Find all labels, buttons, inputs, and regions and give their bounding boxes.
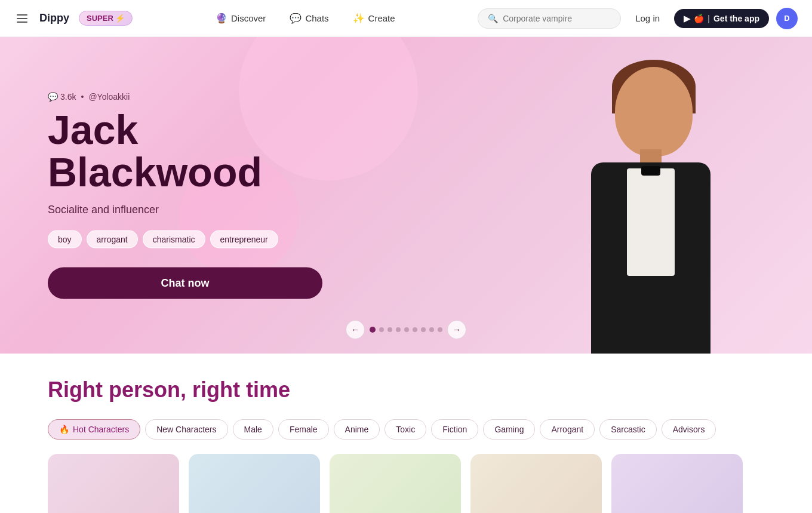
- carousel-dot-6[interactable]: [421, 327, 426, 332]
- hero-author: @Yoloakkii: [88, 92, 130, 102]
- hero-tag-2[interactable]: charismatic: [143, 230, 205, 248]
- char-card-2[interactable]: [330, 454, 461, 513]
- get-app-label: Get the app: [713, 14, 759, 23]
- carousel-dot-7[interactable]: [429, 327, 434, 332]
- filter-sarcastic-label: Sarcastic: [611, 425, 645, 434]
- login-button[interactable]: Log in: [628, 8, 667, 28]
- filter-female-label: Female: [290, 425, 318, 434]
- play-icon: ▶: [684, 14, 690, 23]
- person-shirt: [627, 168, 675, 276]
- filter-gaming-label: Gaming: [494, 425, 524, 434]
- carousel-dot-0[interactable]: [370, 327, 376, 333]
- carousel-dot-4[interactable]: [404, 327, 409, 332]
- carousel-dots: [370, 327, 442, 333]
- nav-discover[interactable]: 🔮 Discover: [206, 8, 275, 29]
- menu-button[interactable]: [14, 12, 30, 25]
- filter-hot-label: Hot Characters: [73, 425, 129, 434]
- filter-tab-arrogant[interactable]: Arrogant: [540, 419, 595, 440]
- hero-chat-count: 💬 3.6k: [48, 92, 76, 102]
- filter-male-label: Male: [244, 425, 262, 434]
- hero-name-line2: Blackwood: [48, 149, 262, 195]
- filter-tab-male[interactable]: Male: [233, 419, 273, 440]
- filter-tab-gaming[interactable]: Gaming: [483, 419, 535, 440]
- nav-center: 🔮 Discover 💬 Chats ✨ Create: [206, 8, 405, 29]
- hero-content: 💬 3.6k • @Yoloakkii Jack Blackwood Socia…: [48, 92, 322, 299]
- filter-toxic-label: Toxic: [396, 425, 415, 434]
- filter-tab-hot[interactable]: 🔥 Hot Characters: [48, 419, 140, 440]
- chats-icon: 💬: [290, 13, 302, 24]
- carousel-controls: ← →: [346, 320, 466, 339]
- characters-row: [48, 454, 764, 513]
- hero-tags: boy arrogant charismatic entrepreneur: [48, 230, 322, 248]
- get-app-button[interactable]: ▶ 🍎 | Get the app: [674, 9, 769, 28]
- search-input[interactable]: [503, 14, 611, 23]
- nav-chats-label: Chats: [305, 13, 328, 23]
- nav-chats[interactable]: 💬 Chats: [280, 8, 338, 29]
- hero-meta: 💬 3.6k • @Yoloakkii: [48, 92, 322, 102]
- filter-anime-label: Anime: [345, 425, 369, 434]
- hero-name-line1: Jack: [48, 107, 138, 152]
- hot-icon: 🔥: [59, 425, 69, 434]
- search-icon: 🔍: [488, 14, 498, 23]
- filter-advisors-label: Advisors: [673, 425, 705, 434]
- filter-tab-advisors[interactable]: Advisors: [662, 419, 716, 440]
- filter-arrogant-label: Arrogant: [551, 425, 583, 434]
- nav-create[interactable]: ✨ Create: [343, 8, 405, 29]
- chat-count-value: 3.6k: [60, 92, 76, 102]
- logo[interactable]: Dippy: [39, 12, 69, 24]
- hero-image-area: [365, 37, 812, 354]
- filter-tab-new[interactable]: New Characters: [145, 419, 227, 440]
- carousel-dot-5[interactable]: [413, 327, 417, 332]
- discover-icon: 🔮: [216, 13, 227, 24]
- hero-tag-1[interactable]: arrogant: [87, 230, 138, 248]
- filter-fiction-label: Fiction: [442, 425, 467, 434]
- pipe-separator: |: [708, 14, 710, 23]
- apple-icon: 🍎: [694, 14, 704, 23]
- section-title: Right person, right time: [48, 377, 764, 403]
- person-bow: [641, 166, 660, 176]
- filter-tabs: 🔥 Hot Characters New Characters Male Fem…: [48, 419, 764, 440]
- char-card-1[interactable]: [189, 454, 320, 513]
- hero-subtitle: Socialite and influencer: [48, 203, 322, 216]
- nav-left: Dippy SUPER ⚡: [14, 11, 133, 26]
- carousel-dot-1[interactable]: [379, 327, 384, 332]
- nav-right: 🔍 Log in ▶ 🍎 | Get the app D: [478, 8, 798, 29]
- character-figure: [525, 49, 776, 354]
- char-card-0[interactable]: [48, 454, 179, 513]
- navbar: Dippy SUPER ⚡ 🔮 Discover 💬 Chats ✨ Creat…: [0, 0, 812, 37]
- chat-bubble-icon: 💬: [48, 92, 58, 102]
- person-head: [615, 67, 693, 156]
- filter-tab-fiction[interactable]: Fiction: [431, 419, 478, 440]
- hero-dot-separator: •: [81, 92, 84, 102]
- create-icon: ✨: [353, 13, 365, 24]
- filter-tab-sarcastic[interactable]: Sarcastic: [599, 419, 657, 440]
- chat-now-button[interactable]: Chat now: [48, 267, 322, 299]
- nav-create-label: Create: [368, 13, 395, 23]
- discord-icon: D: [784, 14, 789, 23]
- carousel-next-button[interactable]: →: [447, 320, 466, 339]
- hero-tag-3[interactable]: entrepreneur: [210, 230, 278, 248]
- filter-new-label: New Characters: [156, 425, 216, 434]
- hero-tag-0[interactable]: boy: [48, 230, 82, 248]
- filter-tab-toxic[interactable]: Toxic: [385, 419, 426, 440]
- hero-section: 💬 3.6k • @Yoloakkii Jack Blackwood Socia…: [0, 37, 812, 354]
- carousel-dot-2[interactable]: [387, 327, 392, 332]
- super-button[interactable]: SUPER ⚡: [79, 11, 133, 26]
- nav-discover-label: Discover: [231, 13, 266, 23]
- carousel-prev-button[interactable]: ←: [346, 320, 365, 339]
- main-section: Right person, right time 🔥 Hot Character…: [0, 354, 812, 513]
- search-bar: 🔍: [478, 8, 621, 29]
- hero-title: Jack Blackwood: [48, 109, 322, 194]
- filter-tab-female[interactable]: Female: [278, 419, 329, 440]
- char-card-4[interactable]: [611, 454, 743, 513]
- filter-tab-anime[interactable]: Anime: [334, 419, 380, 440]
- carousel-dot-8[interactable]: [438, 327, 442, 332]
- discord-button[interactable]: D: [776, 8, 798, 29]
- carousel-dot-3[interactable]: [396, 327, 401, 332]
- char-card-3[interactable]: [470, 454, 602, 513]
